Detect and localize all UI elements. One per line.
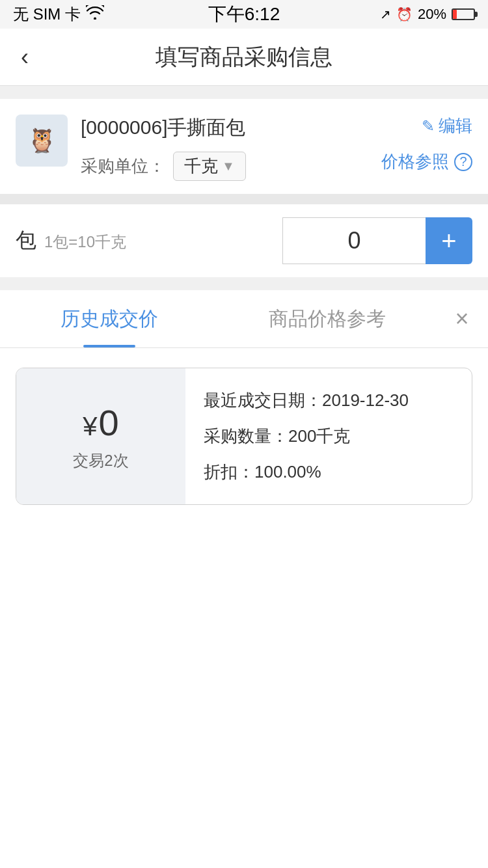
purchase-quantity-row: 采购数量：200千克 (204, 424, 454, 449)
purchase-quantity-value: 200千克 (288, 426, 350, 446)
product-header: 🦉 [0000006]手撕面包 采购单位： 千克 ▼ ✎ 编辑 价格参照 (16, 115, 472, 181)
section-divider (0, 194, 488, 204)
unit-dropdown-arrow: ▼ (222, 159, 235, 174)
battery-percent: 20% (418, 6, 446, 23)
product-actions: ✎ 编辑 价格参照 ? (381, 115, 472, 173)
tabs-section: 历史成交价 商品价格参考 × (0, 290, 488, 348)
unit-label: 采购单位： (81, 155, 165, 178)
back-button[interactable]: ‹ (16, 38, 34, 76)
recent-date-label: 最近成交日期： (204, 390, 322, 410)
location-icon: ↗ (380, 7, 391, 22)
trade-count: 交易2次 (73, 450, 128, 471)
product-name: [0000006]手撕面包 (81, 115, 246, 141)
tab-active-indicator (83, 345, 135, 347)
carrier-text: 无 SIM 卡 (13, 4, 81, 25)
quantity-unit-char: 包 (16, 226, 36, 255)
tab-price-ref-label: 商品价格参考 (269, 306, 386, 332)
price-ref-button[interactable]: 价格参照 ? (381, 150, 472, 173)
tab-close-button[interactable]: × (436, 290, 488, 347)
alarm-icon: ⏰ (396, 7, 413, 22)
unit-value: 千克 (184, 155, 218, 178)
status-left: 无 SIM 卡 (13, 4, 104, 25)
wifi-icon (86, 5, 104, 23)
empty-content-area (0, 524, 488, 868)
recent-date-value: 2019-12-30 (322, 390, 409, 410)
discount-label: 折扣： (204, 462, 254, 481)
recent-date-row: 最近成交日期：2019-12-30 (204, 388, 454, 413)
battery-icon (452, 8, 475, 20)
quantity-label: 包 1包=10千克 (16, 226, 126, 255)
price-display: ¥ 0 (83, 401, 118, 444)
price-yen-symbol: ¥ (83, 412, 97, 441)
nav-bar: ‹ 填写商品采购信息 (0, 29, 488, 86)
status-bar: 无 SIM 卡 下午6:12 ↗ ⏰ 20% (0, 0, 488, 29)
product-icon: 🦉 (27, 127, 57, 154)
close-icon: × (455, 305, 468, 332)
product-info: [0000006]手撕面包 采购单位： 千克 ▼ (81, 115, 246, 181)
discount-value: 100.00% (254, 462, 321, 481)
unit-select[interactable]: 千克 ▼ (173, 152, 246, 181)
product-left: 🦉 [0000006]手撕面包 采购单位： 千克 ▼ (16, 115, 246, 181)
purchase-quantity-label: 采购数量： (204, 426, 288, 446)
product-unit-row: 采购单位： 千克 ▼ (81, 152, 246, 181)
edit-button[interactable]: ✎ 编辑 (422, 115, 472, 137)
card-details: 最近成交日期：2019-12-30 采购数量：200千克 折扣：100.00% (185, 368, 472, 504)
status-time: 下午6:12 (208, 2, 280, 27)
price-value: 0 (99, 401, 119, 444)
quantity-controls: 0 + (282, 217, 472, 264)
help-icon: ? (454, 153, 472, 171)
tabs-row: 历史成交价 商品价格参考 × (0, 290, 488, 347)
card-price-summary: ¥ 0 交易2次 (16, 368, 185, 504)
status-right: ↗ ⏰ 20% (380, 6, 475, 23)
quantity-plus-button[interactable]: + (426, 217, 472, 264)
discount-row: 折扣：100.00% (204, 459, 454, 485)
quantity-section: 包 1包=10千克 0 + (0, 204, 488, 277)
tab-history-label: 历史成交价 (61, 306, 158, 332)
tab-history-price[interactable]: 历史成交价 (0, 290, 218, 347)
quantity-input[interactable]: 0 (282, 217, 426, 264)
edit-icon: ✎ (422, 117, 435, 135)
history-card: ¥ 0 交易2次 最近成交日期：2019-12-30 采购数量：200千克 折扣… (16, 368, 472, 505)
edit-label: 编辑 (439, 115, 472, 137)
history-content: ¥ 0 交易2次 最近成交日期：2019-12-30 采购数量：200千克 折扣… (0, 348, 488, 524)
quantity-unit-sub: 1包=10千克 (44, 232, 126, 252)
price-ref-label: 价格参照 (381, 150, 449, 173)
product-section: 🦉 [0000006]手撕面包 采购单位： 千克 ▼ ✎ 编辑 价格参照 (0, 99, 488, 194)
tab-product-price-ref[interactable]: 商品价格参考 (218, 290, 436, 347)
quantity-value: 0 (347, 227, 360, 254)
product-thumbnail: 🦉 (16, 115, 68, 167)
page-title: 填写商品采购信息 (156, 42, 332, 72)
